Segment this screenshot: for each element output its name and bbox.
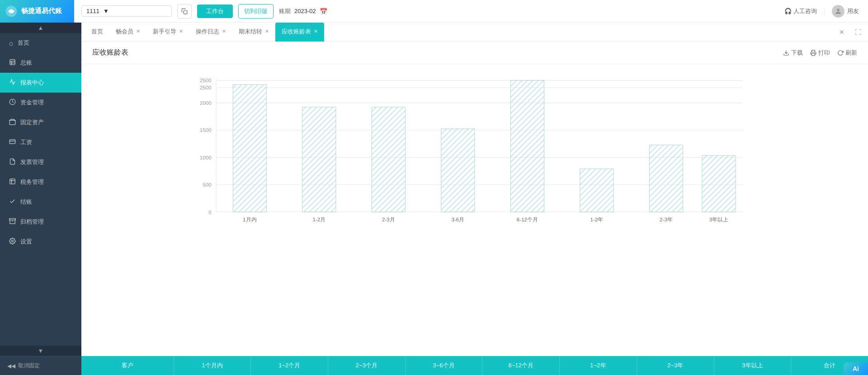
sidebar-item-archive[interactable]: 归档管理 bbox=[0, 212, 81, 232]
svg-rect-34 bbox=[302, 107, 336, 212]
tab-close-member[interactable]: ✕ bbox=[136, 28, 140, 34]
switch-version-button[interactable]: 切到旧版 bbox=[238, 4, 274, 19]
scroll-up-arrow[interactable]: ▲ bbox=[0, 23, 81, 33]
svg-text:6-12个月: 6-12个月 bbox=[517, 216, 538, 222]
tab-close-period-end[interactable]: ✕ bbox=[265, 28, 269, 34]
user-menu[interactable]: 用友 bbox=[832, 5, 859, 18]
svg-rect-44 bbox=[649, 145, 683, 212]
workbench-button[interactable]: 工作台 bbox=[197, 5, 233, 18]
table-header: 客户 1个月内 1~2个月 2~3个月 3~6个月 6~12个月 bbox=[81, 356, 868, 375]
logo: 畅捷通易代账 bbox=[0, 0, 74, 23]
ledger-icon bbox=[9, 59, 16, 67]
tab-guide[interactable]: 新手引导 ✕ bbox=[146, 23, 189, 42]
sidebar-item-invoice[interactable]: 发票管理 bbox=[0, 152, 81, 172]
assets-icon bbox=[9, 118, 16, 127]
refresh-button[interactable]: 刷新 bbox=[837, 49, 857, 57]
sidebar-item-funds[interactable]: 资金管理 bbox=[0, 93, 81, 112]
svg-rect-40 bbox=[510, 80, 544, 212]
col-1month: 1个月内 bbox=[174, 356, 251, 375]
download-icon bbox=[783, 50, 789, 56]
tab-home[interactable]: 首页 bbox=[85, 23, 109, 42]
tab-member[interactable]: 畅会员 ✕ bbox=[109, 23, 146, 42]
invoice-icon bbox=[9, 158, 16, 166]
home-icon: ⌂ bbox=[9, 39, 13, 47]
svg-text:3年以上: 3年以上 bbox=[709, 216, 728, 222]
download-button[interactable]: 下载 bbox=[783, 49, 803, 57]
svg-rect-36 bbox=[372, 107, 405, 212]
svg-rect-8 bbox=[9, 120, 15, 124]
sidebar-item-reports[interactable]: 报表中心 bbox=[0, 73, 81, 93]
bar-chart: 0 500 1000 1500 2000 2500 2500 bbox=[92, 73, 857, 236]
print-button[interactable]: 打印 bbox=[810, 49, 830, 57]
company-selector[interactable]: 1111 ▼ bbox=[81, 5, 172, 17]
ai-badge[interactable]: Ai bbox=[844, 362, 868, 375]
chevron-down-icon: ▼ bbox=[103, 8, 109, 14]
tab-aging[interactable]: 应收账龄表 ✕ bbox=[275, 23, 324, 42]
svg-rect-9 bbox=[9, 140, 15, 144]
svg-rect-1 bbox=[184, 10, 187, 14]
svg-rect-15 bbox=[812, 53, 815, 56]
tab-close-oplog[interactable]: ✕ bbox=[222, 28, 226, 34]
tax-icon bbox=[9, 178, 16, 186]
svg-text:2500: 2500 bbox=[200, 77, 212, 83]
checkout-icon bbox=[9, 198, 16, 206]
svg-rect-11 bbox=[9, 219, 16, 220]
expand-tab-action[interactable]: ⛶ bbox=[852, 26, 864, 38]
sidebar-item-tax[interactable]: 税务管理 bbox=[0, 172, 81, 192]
calendar-icon[interactable]: 📅 bbox=[320, 8, 327, 15]
tab-close-guide[interactable]: ✕ bbox=[179, 28, 183, 34]
salary-icon bbox=[9, 138, 16, 146]
unpin-button[interactable]: ◀◀ 取消固定 bbox=[0, 356, 81, 375]
svg-point-2 bbox=[837, 9, 840, 11]
svg-rect-3 bbox=[10, 60, 15, 65]
svg-text:1-2年: 1-2年 bbox=[590, 216, 604, 222]
close-tab-action[interactable]: ✕ bbox=[835, 26, 848, 38]
tab-oplog[interactable]: 操作日志 ✕ bbox=[189, 23, 232, 42]
pin-icon: ◀◀ bbox=[7, 363, 15, 369]
chart-container: 0 500 1000 1500 2000 2500 2500 bbox=[81, 64, 868, 246]
sidebar-item-assets[interactable]: 固定资产 bbox=[0, 112, 81, 132]
copy-button[interactable] bbox=[177, 4, 192, 19]
svg-text:1月内: 1月内 bbox=[243, 216, 256, 222]
col-3year-plus: 3年以上 bbox=[714, 356, 792, 375]
col-6-12month: 6~12个月 bbox=[482, 356, 560, 375]
svg-text:2-3年: 2-3年 bbox=[660, 216, 673, 222]
svg-text:0: 0 bbox=[208, 209, 212, 215]
headset-icon: 🎧 bbox=[784, 8, 792, 14]
col-2-3month: 2~3个月 bbox=[328, 356, 406, 375]
svg-text:1500: 1500 bbox=[200, 127, 212, 133]
archive-icon bbox=[9, 218, 16, 226]
svg-text:1000: 1000 bbox=[200, 155, 212, 160]
col-3-6month: 3~6个月 bbox=[406, 356, 483, 375]
sidebar-item-checkout[interactable]: 结账 bbox=[0, 192, 81, 212]
svg-rect-46 bbox=[702, 155, 736, 212]
sidebar-item-ledger[interactable]: 总账 bbox=[0, 53, 81, 73]
scroll-down-arrow[interactable]: ▼ bbox=[0, 346, 81, 356]
svg-text:1-2月: 1-2月 bbox=[312, 216, 326, 222]
avatar bbox=[832, 5, 844, 18]
svg-text:2000: 2000 bbox=[200, 100, 212, 106]
sidebar: ▲ ⌂ 首页 总账 报表中心 bbox=[0, 23, 81, 375]
funds-icon bbox=[9, 98, 16, 107]
page-header: 应收账龄表 下载 打印 刷 bbox=[81, 42, 868, 64]
svg-rect-38 bbox=[441, 129, 475, 212]
sidebar-item-home[interactable]: ⌂ 首页 bbox=[0, 33, 81, 53]
content-area: 首页 畅会员 ✕ 新手引导 ✕ 操作日志 ✕ 期末结转 ✕ bbox=[81, 23, 868, 375]
consult-button[interactable]: 🎧 人工咨询 bbox=[784, 7, 817, 15]
col-1-2year: 1~2年 bbox=[560, 356, 637, 375]
period-area: 账期 2023-02 📅 bbox=[279, 7, 327, 15]
col-2-3year: 2~3年 bbox=[637, 356, 714, 375]
svg-point-13 bbox=[12, 240, 14, 242]
tab-bar: 首页 畅会员 ✕ 新手引导 ✕ 操作日志 ✕ 期末结转 ✕ bbox=[81, 23, 868, 42]
tab-period-end[interactable]: 期末结转 ✕ bbox=[232, 23, 275, 42]
page-title: 应收账龄表 bbox=[92, 48, 128, 57]
tab-close-aging[interactable]: ✕ bbox=[314, 28, 318, 34]
sidebar-item-settings[interactable]: 设置 bbox=[0, 232, 81, 252]
svg-text:2-3月: 2-3月 bbox=[382, 216, 395, 222]
col-1-2month: 1~2个月 bbox=[251, 356, 328, 375]
sidebar-item-salary[interactable]: 工资 bbox=[0, 132, 81, 152]
reports-icon bbox=[9, 79, 16, 87]
page-content: 应收账龄表 下载 打印 刷 bbox=[81, 42, 868, 356]
svg-text:500: 500 bbox=[203, 182, 212, 188]
print-icon bbox=[810, 50, 816, 56]
